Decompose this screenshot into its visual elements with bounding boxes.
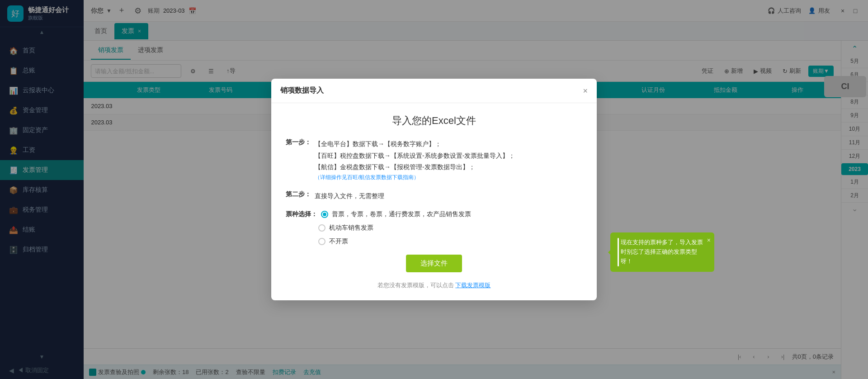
step1-label: 第一步：	[286, 138, 311, 147]
radio-row-label: 票种选择： 普票，专票，卷票，通行费发票，农产品销售发票	[286, 210, 582, 218]
modal-main-title: 导入您的Excel文件	[286, 114, 582, 128]
step1-line2: 【百旺】税控盘数据下载→【系统设置-系统参数设置-发票批量导入】；	[315, 150, 515, 161]
modal-body: 导入您的Excel文件 第一步： 【全电平台】数据下载→【税务数字账户】； 【百…	[271, 103, 597, 300]
step1-line1: 【全电平台】数据下载→【税务数字账户】；	[315, 138, 515, 150]
step1-link[interactable]: 百旺/航信发票数据下载指南	[347, 174, 414, 180]
modal-header: 销项数据导入 ×	[271, 79, 597, 103]
tooltip-bar	[618, 238, 619, 266]
import-modal: 销项数据导入 × 导入您的Excel文件 第一步： 【全电平台】数据下载→【税务…	[271, 79, 597, 300]
tooltip-box: × 现在支持的票种多了，导入发票时别忘了选择正确的发票类型呀！	[610, 232, 714, 271]
modal-title: 销项数据导入	[280, 86, 324, 95]
step2-content: 直接导入文件，无需整理	[315, 190, 384, 202]
radio-motor[interactable]	[318, 224, 326, 232]
select-file-btn[interactable]: 选择文件	[406, 255, 462, 272]
step1: 第一步： 【全电平台】数据下载→【税务数字账户】； 【百旺】税控盘数据下载→【系…	[286, 138, 582, 182]
radio-row-none: 不开票	[318, 237, 582, 246]
download-hint-text: 若您没有发票模版，可以点击	[377, 282, 454, 289]
step2-label: 第二步：	[286, 190, 311, 199]
tooltip-text: 现在支持的票种多了，导入发票时别忘了选择正确的发票类型呀！	[621, 238, 707, 266]
radio-row-motor: 机动车销售发票	[318, 224, 582, 232]
radio-none[interactable]	[318, 238, 326, 245]
ticket-select: 票种选择： 普票，专票，卷票，通行费发票，农产品销售发票 机动车销售发票 不开票	[286, 210, 582, 246]
radio-motor-label: 机动车销售发票	[329, 224, 373, 232]
radio-none-label: 不开票	[329, 237, 348, 246]
radio-normal[interactable]	[321, 211, 328, 218]
modal-close-btn[interactable]: ×	[583, 87, 588, 95]
ticket-label: 票种选择：	[286, 210, 317, 218]
step1-line3: 【航信】金税盘数据下载→【报税管理-发票数据导出】；	[315, 161, 515, 173]
step1-hint: （详细操作见百旺/航信发票数据下载指南）	[315, 173, 515, 183]
download-hint: 若您没有发票模版，可以点击 下载发票模版	[286, 281, 582, 289]
download-template-link[interactable]: 下载发票模版	[455, 282, 491, 289]
step1-content: 【全电平台】数据下载→【税务数字账户】； 【百旺】税控盘数据下载→【系统设置-系…	[315, 138, 515, 182]
radio-normal-label: 普票，专票，卷票，通行费发票，农产品销售发票	[332, 210, 471, 218]
tooltip-close-btn[interactable]: ×	[707, 235, 711, 245]
tooltip-content: 现在支持的票种多了，导入发票时别忘了选择正确的发票类型呀！	[618, 238, 707, 266]
step2: 第二步： 直接导入文件，无需整理	[286, 190, 582, 202]
modal-overlay: 销项数据导入 × 导入您的Excel文件 第一步： 【全电平台】数据下载→【税务…	[0, 0, 868, 379]
